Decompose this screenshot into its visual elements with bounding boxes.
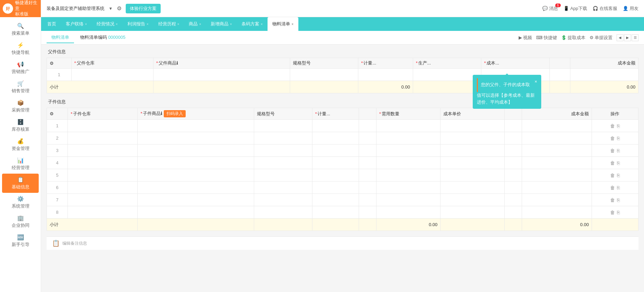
nav-tab-close-barcode[interactable]: × bbox=[261, 22, 263, 26]
child-row-5-goods[interactable] bbox=[138, 169, 254, 182]
nav-tab-customer[interactable]: 客户联络× bbox=[61, 17, 92, 31]
nav-tab-new-goods[interactable]: 新增商品× bbox=[206, 17, 237, 31]
nav-tab-close-new-goods[interactable]: × bbox=[230, 22, 232, 26]
child-row-1-cost-unit[interactable] bbox=[441, 120, 505, 132]
child-row-6-needed-qty[interactable] bbox=[376, 182, 441, 194]
child-row-4-goods[interactable] bbox=[138, 157, 254, 169]
child-row-6-cost-unit[interactable] bbox=[441, 182, 505, 194]
sidebar-item-basic-info[interactable]: 📋 基础信息 bbox=[2, 174, 39, 193]
child-row-6-spec[interactable] bbox=[254, 182, 312, 194]
nav-tab-operations-status[interactable]: 经营情况× bbox=[92, 17, 123, 31]
online-service-button[interactable]: 🎧 在线客服 bbox=[593, 5, 617, 12]
child-row-1-delete-icon[interactable]: 🗑 bbox=[610, 123, 615, 129]
child-row-5-copy-icon[interactable]: ⎘ bbox=[617, 173, 620, 178]
child-row-7-copy-icon[interactable]: ⎘ bbox=[617, 197, 620, 203]
child-row-1-spec[interactable] bbox=[254, 120, 312, 132]
bottom-bar-text[interactable]: 编辑备注信息 bbox=[62, 241, 87, 246]
child-row-1-warehouse[interactable] bbox=[68, 120, 138, 132]
child-row-2-delete-icon[interactable]: 🗑 bbox=[610, 136, 615, 141]
child-row-8-delete-icon[interactable]: 🗑 bbox=[610, 210, 615, 215]
sidebar-item-finance[interactable]: 💰 资金管理 bbox=[0, 135, 41, 154]
parent-row-1-unit[interactable] bbox=[358, 69, 413, 81]
nav-next[interactable]: ▶ bbox=[624, 34, 631, 41]
child-row-2-unit[interactable] bbox=[312, 132, 359, 144]
child-row-2-needed-qty[interactable] bbox=[376, 132, 441, 144]
sidebar-item-purchase[interactable]: 📦 采购管理 bbox=[0, 97, 41, 116]
child-row-1-goods[interactable] bbox=[138, 120, 254, 132]
child-row-8-warehouse[interactable] bbox=[68, 206, 138, 219]
extract-cost-button[interactable]: 💲 提取成本 bbox=[561, 35, 585, 41]
system-dropdown[interactable]: ▼ bbox=[109, 6, 113, 11]
nav-tab-close-customer[interactable]: × bbox=[85, 22, 87, 26]
child-row-3-warehouse[interactable] bbox=[68, 144, 138, 157]
nav-tab-operations-history[interactable]: 经营历程× bbox=[153, 17, 184, 31]
child-row-3-unit[interactable] bbox=[312, 144, 359, 157]
child-row-6-unit[interactable] bbox=[312, 182, 359, 194]
child-row-2-cost-unit[interactable] bbox=[441, 132, 505, 144]
nav-tab-close-operations-status[interactable]: × bbox=[116, 22, 118, 26]
child-row-1-needed-qty[interactable] bbox=[376, 120, 441, 132]
shortcut-button[interactable]: ⌨ 快捷键 bbox=[536, 35, 557, 41]
parent-row-1-goods[interactable] bbox=[153, 69, 290, 81]
sidebar-item-quick-nav[interactable]: ⚡ 快捷导航 bbox=[0, 39, 41, 58]
sidebar-item-search[interactable]: 🔍 搜索菜单 bbox=[0, 20, 41, 39]
child-row-1-unit[interactable] bbox=[312, 120, 359, 132]
sub-tab-bom-list[interactable]: 物料清单 bbox=[47, 32, 74, 43]
nav-tab-close-bom-list[interactable]: × bbox=[292, 22, 294, 26]
child-row-7-delete-icon[interactable]: 🗑 bbox=[610, 197, 615, 203]
user-menu[interactable]: 👤 用友 bbox=[623, 5, 639, 12]
child-row-6-copy-icon[interactable]: ⎘ bbox=[617, 185, 620, 190]
child-row-4-unit[interactable] bbox=[312, 157, 359, 169]
scan-button[interactable]: 扫码录入 bbox=[164, 110, 186, 117]
child-row-7-warehouse[interactable] bbox=[68, 194, 138, 206]
child-row-5-warehouse[interactable] bbox=[68, 169, 138, 182]
child-row-1-copy-icon[interactable]: ⎘ bbox=[617, 123, 620, 129]
child-row-7-needed-qty[interactable] bbox=[376, 194, 441, 206]
sidebar-item-operations[interactable]: 📊 经营管理 bbox=[0, 154, 41, 174]
sidebar-item-enterprise[interactable]: 🏢 企业协同 bbox=[0, 212, 41, 231]
child-row-4-delete-icon[interactable]: 🗑 bbox=[610, 160, 615, 166]
child-row-4-spec[interactable] bbox=[254, 157, 312, 169]
single-settings-button[interactable]: ⚙ 单据设置 bbox=[590, 35, 612, 41]
app-download-button[interactable]: 📱 App下载 bbox=[564, 5, 587, 12]
nav-menu[interactable]: ☰ bbox=[632, 34, 639, 41]
child-row-3-needed-qty[interactable] bbox=[376, 144, 441, 157]
child-row-8-spec[interactable] bbox=[254, 206, 312, 219]
nav-tab-barcode[interactable]: 条码方案× bbox=[237, 17, 268, 31]
sidebar-item-system[interactable]: ⚙️ 系统管理 bbox=[0, 193, 41, 212]
nav-tab-close-goods[interactable]: × bbox=[199, 22, 201, 26]
child-row-7-cost-unit[interactable] bbox=[441, 194, 505, 206]
child-row-6-delete-icon[interactable]: 🗑 bbox=[610, 185, 615, 190]
experience-button[interactable]: 体验行业方案 bbox=[126, 4, 161, 13]
parent-col-settings[interactable]: ⚙ bbox=[47, 58, 72, 69]
child-row-7-goods[interactable] bbox=[138, 194, 254, 206]
child-row-6-goods[interactable] bbox=[138, 182, 254, 194]
child-row-2-spec[interactable] bbox=[254, 132, 312, 144]
child-row-2-copy-icon[interactable]: ⎘ bbox=[617, 136, 620, 141]
nav-tab-goods[interactable]: 商品× bbox=[184, 17, 206, 31]
child-row-8-cost-unit[interactable] bbox=[441, 206, 505, 219]
child-row-3-spec[interactable] bbox=[254, 144, 312, 157]
child-row-4-copy-icon[interactable]: ⎘ bbox=[617, 160, 620, 166]
child-row-8-copy-icon[interactable]: ⎘ bbox=[617, 210, 620, 215]
sidebar-item-marketing[interactable]: 📢 营销推广 bbox=[0, 58, 41, 78]
nav-prev[interactable]: ◀ bbox=[617, 34, 623, 41]
sub-tab-bom-code[interactable]: 物料清单编码 0000005 bbox=[75, 32, 130, 43]
gear-icon[interactable]: ⚙ bbox=[117, 5, 122, 12]
nav-tab-close-operations-history[interactable]: × bbox=[177, 22, 179, 26]
child-row-8-unit[interactable] bbox=[312, 206, 359, 219]
child-row-3-delete-icon[interactable]: 🗑 bbox=[610, 148, 615, 153]
child-row-5-delete-icon[interactable]: 🗑 bbox=[610, 173, 615, 178]
parent-row-1-spec[interactable] bbox=[290, 69, 358, 81]
child-row-8-goods[interactable] bbox=[138, 206, 254, 219]
child-row-6-warehouse[interactable] bbox=[68, 182, 138, 194]
child-row-4-cost-unit[interactable] bbox=[441, 157, 505, 169]
child-row-7-spec[interactable] bbox=[254, 194, 312, 206]
child-row-5-needed-qty[interactable] bbox=[376, 169, 441, 182]
nav-tab-home[interactable]: 首页 bbox=[42, 17, 61, 31]
child-row-4-warehouse[interactable] bbox=[68, 157, 138, 169]
child-row-5-spec[interactable] bbox=[254, 169, 312, 182]
child-col-settings[interactable]: ⚙ bbox=[47, 108, 68, 120]
child-row-8-needed-qty[interactable] bbox=[376, 206, 441, 219]
video-button[interactable]: ▶ 视频 bbox=[519, 35, 532, 41]
